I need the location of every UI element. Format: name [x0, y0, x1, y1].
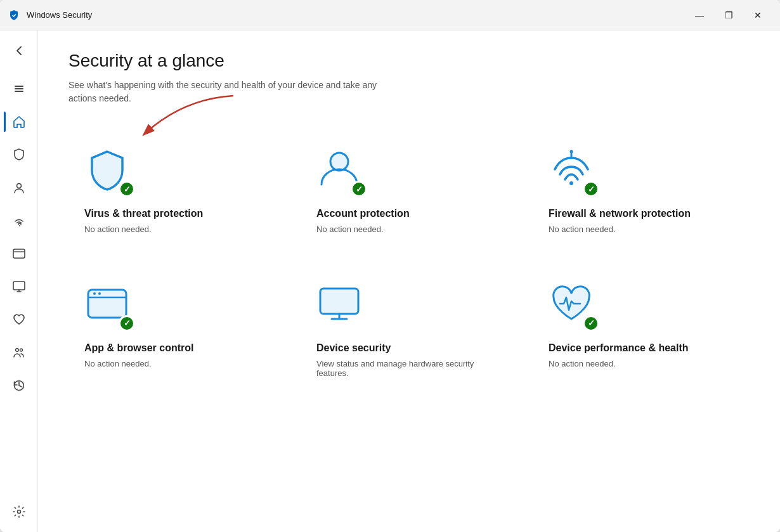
title-bar: Windows Security — ❐ ✕ — [0, 0, 780, 30]
title-bar-controls: — ❐ ✕ — [685, 5, 772, 25]
virus-check-badge — [119, 181, 135, 197]
svg-point-3 — [16, 184, 21, 188]
sidebar-settings-button[interactable] — [4, 496, 34, 527]
shield-icon — [12, 148, 26, 162]
sidebar-history-button[interactable] — [4, 370, 34, 401]
svg-rect-1 — [15, 88, 23, 89]
virus-card-title: Virus & threat protection — [84, 207, 270, 221]
close-button[interactable]: ✕ — [743, 5, 772, 25]
virus-icon-area — [84, 146, 135, 197]
account-check-badge — [351, 181, 367, 197]
account-icon — [12, 181, 26, 195]
app-window: Windows Security — ❐ ✕ — [0, 0, 780, 532]
health-icon-area — [549, 281, 599, 332]
svg-rect-2 — [15, 91, 23, 92]
svg-point-8 — [20, 349, 22, 351]
sidebar-back-button[interactable] — [4, 36, 34, 66]
svg-rect-6 — [13, 282, 25, 290]
virus-card-status: No action needed. — [84, 224, 270, 234]
device-monitor-icon — [316, 281, 362, 327]
device-icon-area — [316, 281, 367, 332]
page-subtitle: See what's happening with the security a… — [68, 79, 386, 105]
family-icon — [12, 346, 26, 360]
account-card-title: Account protection — [316, 207, 502, 221]
sidebar-menu-button[interactable] — [4, 74, 34, 104]
back-icon — [13, 44, 25, 57]
home-icon — [12, 115, 26, 129]
browser-card-status: No action needed. — [84, 359, 270, 368]
device-health-card-title: Device performance & health — [549, 342, 734, 355]
virus-threat-card[interactable]: Virus & threat protection No action need… — [68, 131, 285, 250]
device-security-card[interactable]: Device security View status and manage h… — [301, 265, 517, 394]
browser-check-badge — [119, 315, 135, 332]
device-health-card-status: No action needed. — [549, 359, 734, 368]
svg-point-7 — [15, 349, 18, 352]
firewall-icon-area — [549, 146, 599, 197]
firewall-card-title: Firewall & network protection — [549, 207, 734, 221]
sidebar-health-button[interactable] — [4, 304, 34, 335]
health-check-badge — [583, 315, 599, 332]
sidebar-firewall-button[interactable] — [4, 205, 34, 236]
browser-icon-area — [84, 281, 135, 332]
svg-rect-5 — [13, 249, 25, 258]
monitor-icon — [12, 280, 26, 294]
svg-rect-17 — [320, 289, 358, 314]
account-icon-area — [316, 146, 367, 197]
menu-icon — [13, 82, 25, 95]
app-body: Security at a glance See what's happenin… — [0, 30, 780, 532]
browser-card-title: App & browser control — [84, 342, 270, 355]
history-icon — [12, 379, 26, 393]
sidebar-browser-button[interactable] — [4, 238, 34, 269]
device-security-card-title: Device security — [316, 342, 502, 355]
svg-point-15 — [93, 292, 96, 295]
sidebar — [0, 30, 38, 532]
svg-point-16 — [98, 292, 101, 295]
sidebar-virus-button[interactable] — [4, 139, 34, 170]
app-icon — [8, 9, 20, 22]
svg-point-11 — [569, 181, 573, 185]
svg-point-13 — [570, 150, 573, 153]
sidebar-device-button[interactable] — [4, 271, 34, 302]
title-bar-title: Windows Security — [27, 10, 92, 20]
svg-point-4 — [19, 225, 20, 226]
security-grid: Virus & threat protection No action need… — [68, 131, 750, 394]
svg-point-9 — [17, 510, 20, 514]
device-health-card[interactable]: Device performance & health No action ne… — [533, 265, 750, 394]
firewall-card[interactable]: Firewall & network protection No action … — [533, 131, 750, 250]
device-security-card-status: View status and manage hardware security… — [316, 359, 502, 378]
sidebar-home-button[interactable] — [4, 107, 34, 137]
browser-icon — [12, 247, 26, 261]
main-content: Security at a glance See what's happenin… — [38, 30, 780, 532]
title-bar-left: Windows Security — [8, 9, 92, 22]
browser-card[interactable]: App & browser control No action needed. — [68, 265, 285, 394]
sidebar-account-button[interactable] — [4, 172, 34, 203]
virus-card-wrapper: Virus & threat protection No action need… — [68, 131, 285, 250]
firewall-card-status: No action needed. — [549, 224, 734, 234]
settings-icon — [12, 505, 26, 519]
health-icon — [12, 313, 26, 327]
maximize-button[interactable]: ❐ — [714, 5, 743, 25]
sidebar-family-button[interactable] — [4, 337, 34, 368]
wifi-icon — [12, 214, 26, 228]
account-card-status: No action needed. — [316, 224, 502, 234]
svg-rect-0 — [15, 86, 23, 87]
page-title: Security at a glance — [68, 51, 750, 71]
account-protection-card[interactable]: Account protection No action needed. — [301, 131, 517, 250]
svg-point-10 — [330, 153, 348, 171]
minimize-button[interactable]: — — [685, 5, 714, 25]
firewall-check-badge — [583, 181, 599, 197]
